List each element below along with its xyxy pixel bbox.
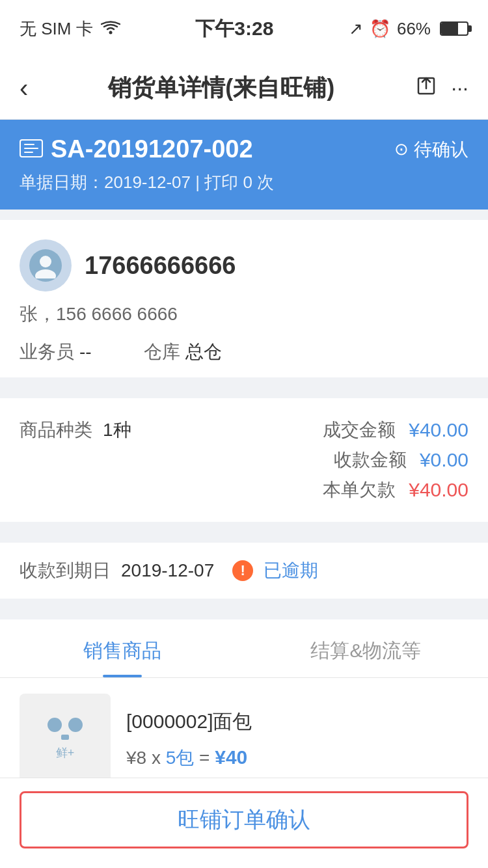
product-qty: 5包 bbox=[166, 748, 195, 768]
customer-name: 张，156 6666 6666 bbox=[20, 302, 468, 327]
owl-eyes bbox=[47, 718, 83, 732]
bottom-bar: 旺铺订单确认 bbox=[0, 778, 488, 868]
avatar-inner bbox=[29, 249, 62, 282]
divider-1 bbox=[0, 210, 488, 220]
nav-bar: ‹ 销货单详情(来自旺铺) ··· bbox=[0, 57, 488, 120]
due-date-value: 2019-12-07 bbox=[121, 560, 214, 581]
deal-amount-row: 成交金额 ¥40.00 bbox=[323, 418, 468, 442]
product-details: [0000002]面包 ¥8 x 5包 = ¥40 bbox=[126, 709, 252, 770]
warehouse-value: 总仓 bbox=[185, 340, 222, 364]
avatar bbox=[20, 239, 72, 292]
overdue-icon: ! bbox=[232, 560, 253, 581]
status-left: 无 SIM 卡 bbox=[20, 18, 120, 40]
product-count-value: 1种 bbox=[103, 418, 131, 442]
overdue-text: 已逾期 bbox=[264, 558, 318, 583]
payment-amount-value: ¥0.00 bbox=[420, 449, 468, 471]
customer-phone: 17666666666 bbox=[85, 252, 236, 280]
tab-settlement-logistics[interactable]: 结算&物流等 bbox=[244, 619, 488, 677]
deal-amount-value: ¥40.00 bbox=[409, 419, 468, 441]
status-bar: 无 SIM 卡 下午3:28 ↗ ⏰ 66% bbox=[0, 0, 488, 57]
svg-point-4 bbox=[35, 269, 56, 278]
more-button[interactable]: ··· bbox=[451, 76, 468, 100]
divider-3 bbox=[0, 532, 488, 543]
wifi-icon bbox=[101, 19, 120, 39]
product-type-label: 商品种类 bbox=[20, 418, 92, 442]
deal-amount-label: 成交金额 bbox=[323, 418, 396, 442]
tab-sales-products[interactable]: 销售商品 bbox=[0, 619, 244, 677]
status-text: 待确认 bbox=[414, 137, 468, 162]
share-button[interactable] bbox=[414, 74, 438, 103]
page-title: 销货单详情(来自旺铺) bbox=[108, 72, 334, 104]
divider-2 bbox=[0, 388, 488, 398]
status-right: ↗ ⏰ 66% bbox=[349, 19, 468, 39]
order-header-card: SA-20191207-002 ⊙ 待确认 单据日期：2019-12-07 | … bbox=[0, 120, 488, 210]
product-thumb-inner: 鲜+ bbox=[47, 718, 83, 761]
clock-icon: ⊙ bbox=[394, 139, 409, 159]
product-price: ¥8 x 5包 = ¥40 bbox=[126, 746, 252, 770]
order-status-badge: ⊙ 待确认 bbox=[394, 137, 468, 162]
alarm-icon: ⏰ bbox=[370, 19, 390, 39]
order-icon bbox=[20, 135, 43, 163]
location-icon: ↗ bbox=[349, 19, 363, 39]
battery-text: 66% bbox=[397, 19, 431, 39]
order-date: 单据日期：2019-12-07 | 打印 0 次 bbox=[20, 171, 468, 194]
status-time: 下午3:28 bbox=[195, 16, 273, 42]
balance-amount-row: 本单欠款 ¥40.00 bbox=[323, 478, 468, 502]
due-date-section: 收款到期日 2019-12-07 ! 已逾期 bbox=[0, 543, 488, 599]
svg-point-0 bbox=[109, 31, 112, 34]
carrier-text: 无 SIM 卡 bbox=[20, 18, 93, 40]
tabs-row: 销售商品 结算&物流等 bbox=[0, 619, 488, 678]
product-thumbnail: 鲜+ bbox=[20, 694, 111, 785]
tabs-section: 销售商品 结算&物流等 bbox=[0, 619, 488, 678]
price-prefix: ¥8 x bbox=[126, 748, 161, 768]
customer-section: 17666666666 张，156 6666 6666 业务员 -- 仓库 总仓 bbox=[0, 220, 488, 377]
salesperson-value: -- bbox=[79, 342, 92, 362]
product-count-area: 商品种类 1种 bbox=[20, 418, 131, 442]
confirm-order-button[interactable]: 旺铺订单确认 bbox=[20, 791, 468, 848]
svg-point-3 bbox=[40, 256, 51, 267]
amount-summary: 成交金额 ¥40.00 收款金额 ¥0.00 本单欠款 ¥40.00 bbox=[323, 418, 468, 502]
due-date-label: 收款到期日 bbox=[20, 558, 111, 583]
summary-section: 商品种类 1种 成交金额 ¥40.00 收款金额 ¥0.00 本单欠款 ¥40.… bbox=[0, 398, 488, 522]
salesperson-field: 业务员 -- bbox=[20, 340, 92, 364]
owl-eye-right bbox=[68, 718, 83, 732]
battery-icon bbox=[440, 21, 468, 36]
salesperson-label: 业务员 bbox=[20, 340, 74, 364]
back-button[interactable]: ‹ bbox=[20, 74, 28, 103]
owl-eye-left bbox=[47, 718, 62, 732]
divider-4 bbox=[0, 609, 488, 619]
nav-actions: ··· bbox=[414, 74, 468, 103]
warehouse-label: 仓库 bbox=[144, 340, 180, 364]
customer-meta: 业务员 -- 仓库 总仓 bbox=[20, 340, 468, 364]
balance-amount-label: 本单欠款 bbox=[323, 478, 396, 502]
product-name: [0000002]面包 bbox=[126, 709, 252, 735]
brand-text: 鲜+ bbox=[56, 745, 75, 761]
owl-beak bbox=[61, 735, 69, 740]
warehouse-field: 仓库 总仓 bbox=[144, 340, 222, 364]
balance-amount-value: ¥40.00 bbox=[409, 479, 468, 501]
equals-sign: = bbox=[199, 748, 210, 768]
order-id: SA-20191207-002 bbox=[20, 135, 253, 163]
payment-amount-label: 收款金额 bbox=[334, 448, 407, 472]
payment-amount-row: 收款金额 ¥0.00 bbox=[334, 448, 468, 472]
product-total: ¥40 bbox=[215, 746, 247, 768]
